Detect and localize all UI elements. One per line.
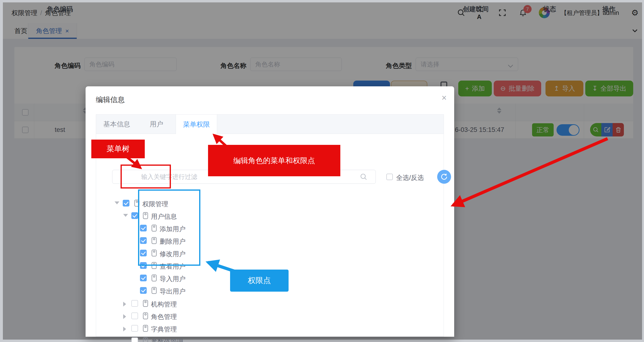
tag-icon [142,337,148,342]
tree-item[interactable]: 角色管理 [111,310,279,322]
annotation-blue-box [138,189,200,266]
select-all-tree-checkbox[interactable] [386,174,393,180]
tree-checkbox[interactable] [131,212,138,219]
tag-icon [142,300,148,308]
tree-caret-icon[interactable] [123,302,126,306]
dialog-title: 编辑信息 [96,95,125,105]
tag-icon [151,287,157,295]
select-all-tree-label: 全选/反选 [396,173,424,182]
tree-item[interactable]: 字典管理 [111,322,279,335]
tree-caret-icon[interactable] [123,327,126,331]
tree-item-label[interactable]: 机构管理 [151,300,177,309]
tree-caret-icon[interactable] [123,314,126,319]
tag-icon [142,325,148,333]
tree-item-label[interactable]: 字典管理 [151,325,177,333]
tree-item[interactable]: 参数值管理 [111,335,279,342]
tag-icon [151,274,157,282]
refresh-button[interactable] [437,170,451,184]
dialog-tabbar: 基本信息 用户 菜单权限 [96,115,444,134]
annotation-edit-hint-label: 编辑角色的菜单和权限点 [208,145,340,176]
tab-menu-permissions[interactable]: 菜单权限 [176,115,217,134]
tree-item-label[interactable]: 导入用户 [160,275,186,283]
close-icon[interactable]: × [439,93,450,103]
tab-basic-info[interactable]: 基本信息 [96,115,137,134]
tree-checkbox[interactable] [140,287,147,294]
tree-item[interactable]: 机构管理 [111,297,279,310]
tree-checkbox[interactable] [131,312,138,319]
tree-checkbox[interactable] [131,337,138,342]
tab-users[interactable]: 用户 [137,115,176,134]
search-icon [360,173,368,182]
tree-checkbox[interactable] [123,200,130,206]
annotation-menu-tree-label: 菜单树 [91,140,145,158]
tree-caret-icon[interactable] [123,214,128,217]
annotation-red-box [120,165,171,188]
tag-icon [142,312,148,320]
annotation-perm-point-label: 权限点 [230,269,288,292]
tree-checkbox[interactable] [131,300,138,307]
tree-caret-icon[interactable] [114,201,119,204]
tree-item-label[interactable]: 导出用户 [160,287,186,296]
tree-item-label[interactable]: 参数值管理 [151,337,183,342]
screenshot-root: 权限管理/角色管理 文A 7 【租户管理员】admin ⚙ 首页 角色管理 × [0,0,644,342]
tree-checkbox[interactable] [131,325,138,332]
tree-item-label[interactable]: 角色管理 [151,312,177,321]
tree-checkbox[interactable] [140,275,147,281]
